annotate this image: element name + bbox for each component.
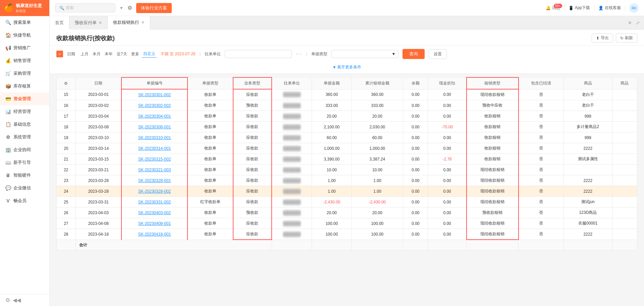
cell-9: 0.00 [428,111,467,122]
sidebar-item-guide[interactable]: 📖新手引导 [0,156,49,169]
sidebar-item-wechat[interactable]: 💬企业微信 [0,182,49,194]
th-col-settings: ⚙ [57,77,76,89]
filter-setting-btn[interactable]: 设置 [429,49,447,59]
cell-2[interactable]: SK-20230331-002 [121,197,187,207]
filter-bar: » 日期 上月 本月 本年 近7天 更多 自定义 不限 至 2023-07-26… [50,46,644,74]
table-row: 262023-04-03SK-20230403-002收款单预收款██████2… [57,207,637,218]
service-btn[interactable]: 👤 在线客服 [598,5,621,11]
sidebar-label-quick-nav: 快捷导航 [13,32,31,38]
tab-prepay[interactable]: 预收应付单✕ [69,16,108,29]
settings-bottom-icon[interactable]: ⚙ [5,297,10,303]
sidebar-item-hardware[interactable]: 🖥智能硬件 [0,169,49,182]
cell-4: 应收款 [233,175,272,186]
cell-7: 20.00 [352,111,403,122]
cell-4: 预收款 [233,100,272,111]
user-avatar[interactable]: Rit [629,3,639,13]
cell-2[interactable]: SK-20230418-001 [121,229,187,240]
cell-0: 18 [57,122,76,132]
cell-7: 10.00 [352,165,403,175]
th-col-biz-type: 业务类型 [233,77,272,89]
cell-2[interactable]: SK-20230315-002 [121,154,187,165]
custom-date-btn[interactable]: 自定义 [142,50,157,58]
more-date-btn[interactable]: 更多 [130,50,141,58]
cell-2[interactable]: SK-20230302-002 [121,100,187,111]
cell-2[interactable]: SK-20230304-001 [121,111,187,122]
cell-8: 0.00 [403,143,428,154]
cell-10: 现结收款核销 [467,175,519,186]
cell-9: 0.00 [428,143,467,154]
table-row: 232023-03-28SK-20230328-001收款单应收款██████1… [57,175,637,186]
sidebar-item-enterprise[interactable]: 🏢企业协同 [0,143,49,156]
cell-12: 多计量商品2 [564,122,612,132]
sidebar-item-search-menu[interactable]: 🔍搜索菜单 [0,16,49,29]
sidebar-item-sales[interactable]: 💰销售管理 [0,54,49,67]
cell-0: 19 [57,132,76,143]
bill-type-select[interactable]: ▼ [331,50,398,58]
table-body: 152023-03-01SK-20230301-002收款单应收款██████3… [57,89,637,240]
industry-btn[interactable]: 体验行业方案 [136,3,172,13]
cell-3: 收款单 [187,175,233,186]
bill-type-filter-label: 单据类型 [311,51,327,57]
cell-0: 22 [57,165,76,175]
maximize-icon[interactable]: ⤢ [635,19,641,27]
cell-2[interactable]: SK-20230308-001 [121,122,187,132]
system-icon: ⚙ [5,134,11,140]
last-7days-btn[interactable]: 近7天 [115,50,128,58]
collapse-icon[interactable]: ◀◀ [13,297,21,303]
tab-close-collection[interactable]: ✕ [141,20,145,25]
th-col-cancel-type: 核销类型 [467,77,519,89]
cell-5: ██████ [272,165,312,175]
tab-home[interactable]: 首页 [50,16,69,29]
cell-2[interactable]: SK-20230328-001 [121,175,187,186]
partner-filter-input[interactable] [225,50,292,58]
sidebar-item-inventory[interactable]: 📦库存核算 [0,80,49,93]
cell-2[interactable]: SK-20230408-001 [121,218,187,229]
sidebar-item-basic-info[interactable]: 📋基础信息 [0,118,49,131]
sidebar-item-operations[interactable]: 📊经营管理 [0,105,49,118]
tab-collection[interactable]: 收款核销执行✕ [108,16,150,29]
notice-btn[interactable]: 🔔 消息 99+ [546,5,560,11]
sidebar-item-marketing[interactable]: 📢营销推广 [0,42,49,54]
cell-6: 3,390.00 [312,154,352,165]
expand-more-btn[interactable]: ▼ 展开更多条件 [332,64,361,70]
cell-2[interactable]: SK-20230310-001 [121,132,187,143]
cell-12: 衣服00001 [564,218,612,229]
sidebar-item-member[interactable]: V畅会员 [0,194,49,207]
last-month-btn[interactable]: 上月 [79,50,90,58]
this-year-btn[interactable]: 本年 [103,50,114,58]
sidebar-label-wechat: 企业微信 [13,185,31,191]
cell-1: 2023-03-14 [75,143,121,154]
cell-8: 0.00 [403,175,428,186]
cell-12 [564,165,612,175]
cell-2[interactable]: SK-20230301-002 [121,89,187,100]
cell-2[interactable]: SK-20230328-002 [121,186,187,197]
sidebar-item-system[interactable]: ⚙系统管理 [0,131,49,143]
tabbar: 首页预收应付单✕收款核销执行✕ ✕ ⤢ [50,16,644,29]
export-btn[interactable]: ⬆ 导出 [592,34,613,43]
cell-13 [612,143,637,154]
sidebar-item-capital[interactable]: 💳资金管理 [0,93,49,105]
cell-6: 60.00 [312,132,352,143]
tab-label-prepay: 预收应付单 [75,20,97,26]
close-tab-icon[interactable]: ✕ [627,19,633,27]
cell-2[interactable]: SK-20230403-002 [121,207,187,218]
app-download-btn[interactable]: 📱 App下载 [569,5,590,11]
sidebar-item-purchase[interactable]: 🛒采购管理 [0,67,49,80]
filter-toggle-btn[interactable]: » [56,51,63,57]
topbar-search-box[interactable]: 🔍 搜索 [55,3,115,12]
sidebar-label-enterprise: 企业协同 [13,147,31,153]
sidebar-label-purchase: 采购管理 [13,70,31,76]
sidebar-item-quick-nav[interactable]: 🏠快捷导航 [0,29,49,42]
refresh-btn[interactable]: ↻ 刷新 [616,34,637,43]
cell-2[interactable]: SK-20230321-003 [121,165,187,175]
tab-close-prepay[interactable]: ✕ [99,20,102,25]
app-icon: 📱 [569,6,574,10]
this-month-btn[interactable]: 本月 [91,50,102,58]
cell-13 [612,111,637,122]
cell-6: -2,430.00 [312,197,352,207]
cell-4: 应收款 [233,89,272,100]
query-btn[interactable]: 查询 [402,49,425,59]
cell-2[interactable]: SK-20230314-001 [121,143,187,154]
topbar-gear-icon[interactable]: ⚙ [127,5,132,11]
cell-10: 收款核销 [467,111,519,122]
